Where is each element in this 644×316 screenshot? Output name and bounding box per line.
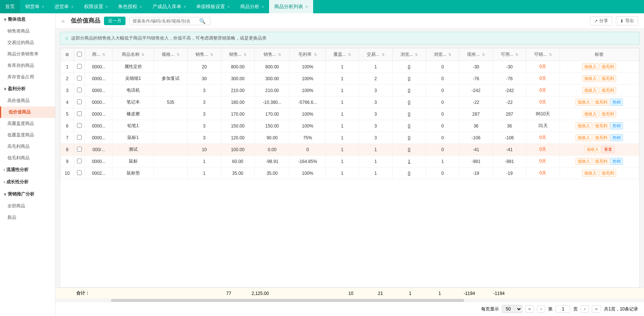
row-checkbox[interactable] xyxy=(77,147,82,152)
view1-link[interactable]: 0 xyxy=(408,64,410,69)
sidebar-item-traded-goods[interactable]: 交易过的商品 xyxy=(0,37,55,48)
td-checkbox[interactable] xyxy=(74,120,85,132)
td-view1[interactable]: 0 xyxy=(392,167,426,179)
sidebar-item-stock-capital[interactable]: 库存资金占用 xyxy=(0,71,55,83)
row-checkbox[interactable] xyxy=(77,99,82,104)
page-input[interactable] xyxy=(556,305,570,313)
sidebar-group-profit[interactable]: ∨ 盈利分析 xyxy=(0,83,55,95)
nav-close-permission[interactable]: × xyxy=(105,4,108,9)
prev-page-button[interactable]: ‹ xyxy=(537,305,545,313)
sidebar-item-low-coverage[interactable]: 低覆盖度商品 xyxy=(0,129,55,141)
nav-product-analysis-list[interactable]: 商品分析列表 × xyxy=(269,0,313,13)
td-view1[interactable]: 0 xyxy=(392,61,426,73)
nav-home[interactable]: 首页 xyxy=(0,0,20,13)
next-page-button[interactable]: › xyxy=(581,305,589,313)
td-view1[interactable]: 0 xyxy=(392,144,426,156)
select-all-checkbox[interactable] xyxy=(77,52,82,57)
sidebar-item-high-coverage[interactable]: 高覆盖度商品 xyxy=(0,118,55,129)
nav-close-role[interactable]: × xyxy=(140,4,142,9)
td-checkbox[interactable] xyxy=(74,167,85,179)
share-button[interactable]: ↗ 分享 xyxy=(590,16,612,26)
nav-sales-order[interactable]: 销货单 × xyxy=(20,0,49,13)
nav-close-sales[interactable]: × xyxy=(42,4,44,9)
sidebar-item-all-goods[interactable]: 全部商品 xyxy=(0,200,55,212)
row-checkbox[interactable] xyxy=(77,159,82,163)
th-tags: 标签 xyxy=(560,48,639,61)
td-sale3: 35.00 xyxy=(254,167,289,179)
nav-close-template[interactable]: × xyxy=(227,4,229,9)
td-checkbox[interactable] xyxy=(74,61,85,73)
nav-close-analysis-list[interactable]: × xyxy=(305,4,308,9)
sidebar-item-new-goods[interactable]: 新品 xyxy=(0,212,55,223)
td-checkbox[interactable] xyxy=(74,96,85,108)
nav-purchase-order[interactable]: 进货单 × xyxy=(49,0,78,13)
nav-product-stock[interactable]: 产成品入库单 × xyxy=(147,0,191,13)
sidebar-group-growth[interactable]: › 成长性分析 xyxy=(0,176,55,188)
td-view1[interactable]: 0 xyxy=(392,96,426,108)
view1-link[interactable]: 0 xyxy=(408,100,410,105)
td-checkbox[interactable] xyxy=(74,85,85,96)
td-checkbox[interactable] xyxy=(74,108,85,120)
td-checkbox[interactable] xyxy=(74,73,85,85)
sidebar-item-category-sales[interactable]: 商品分类销售率 xyxy=(0,48,55,60)
tag: 低毛利 xyxy=(593,122,610,129)
td-view1[interactable]: 0 xyxy=(392,132,426,144)
td-available: -981 xyxy=(493,156,526,167)
scrollbar[interactable] xyxy=(56,299,644,302)
td-view1[interactable]: 0 xyxy=(392,108,426,120)
th-settings[interactable]: ⚙ xyxy=(61,48,74,61)
nav-close-analysis[interactable]: × xyxy=(262,4,264,9)
td-tags: 低收入低毛利热销 xyxy=(560,96,639,108)
arrow-icon-growth: › xyxy=(4,180,5,184)
view1-link[interactable]: 0 xyxy=(408,88,410,93)
sidebar-group-flow[interactable]: › 流通性分析 xyxy=(0,164,55,176)
nav-role-auth[interactable]: 角色授权 × xyxy=(113,0,147,13)
collapse-button[interactable]: « xyxy=(61,18,65,24)
td-checkbox[interactable] xyxy=(74,144,85,156)
sidebar-group-marketing[interactable]: ∨ 营销推广分析 xyxy=(0,188,55,200)
td-sale2: 180.00 xyxy=(221,96,254,108)
view1-link[interactable]: 1 xyxy=(408,159,410,164)
sidebar-item-high-margin[interactable]: 高毛利商品 xyxy=(0,141,55,152)
view1-link[interactable]: 0 xyxy=(408,76,410,81)
nav-permission[interactable]: 权限设置 × xyxy=(79,0,113,13)
export-button[interactable]: ⬇ 导出 xyxy=(616,16,638,26)
nav-close-purchase[interactable]: × xyxy=(71,4,73,9)
view1-link[interactable]: 0 xyxy=(408,112,410,117)
first-page-button[interactable]: « xyxy=(525,305,534,313)
nav-close-stock[interactable]: × xyxy=(184,4,186,9)
view1-link[interactable]: 0 xyxy=(408,135,410,140)
th-spec: 规格... ⇅ xyxy=(154,48,187,61)
row-checkbox[interactable] xyxy=(77,170,82,175)
td-view1[interactable]: 0 xyxy=(392,85,426,96)
row-checkbox[interactable] xyxy=(77,88,82,92)
td-checkbox[interactable] xyxy=(74,132,85,144)
sidebar-item-low-margin[interactable]: 低毛利商品 xyxy=(0,152,55,164)
td-available: 287 xyxy=(493,108,526,120)
view1-link[interactable]: 0 xyxy=(408,123,410,129)
page-size-select[interactable]: 50 100 200 xyxy=(502,305,522,313)
row-checkbox[interactable] xyxy=(77,111,82,116)
sidebar-item-low-value[interactable]: 低价值商品 xyxy=(0,106,55,118)
sidebar-item-sales-goods[interactable]: 销售类商品 xyxy=(0,26,55,37)
row-checkbox[interactable] xyxy=(77,76,82,81)
nav-template[interactable]: 单据模板设置 × xyxy=(191,0,235,13)
sidebar-item-stock-goods[interactable]: 有库存的商品 xyxy=(0,60,55,71)
view1-link[interactable]: 0 xyxy=(408,147,410,152)
last-page-button[interactable]: » xyxy=(592,305,601,313)
search-input[interactable] xyxy=(133,18,199,24)
search-icon[interactable]: 🔍 xyxy=(199,18,205,24)
td-view1[interactable]: 1 xyxy=(392,156,426,167)
row-checkbox[interactable] xyxy=(77,64,82,69)
sidebar-group-overall[interactable]: ∨ 整体信息 xyxy=(0,13,55,26)
row-checkbox[interactable] xyxy=(77,135,82,140)
nav-product-analysis[interactable]: 商品分析 × xyxy=(235,0,269,13)
filter-recent-month[interactable]: 近一月 xyxy=(104,17,125,25)
sidebar-item-high-value[interactable]: 高价值商品 xyxy=(0,95,55,106)
view1-link[interactable]: 0 xyxy=(408,171,410,176)
td-view1[interactable]: 0 xyxy=(392,120,426,132)
td-view1[interactable]: 0 xyxy=(392,73,426,85)
td-checkbox[interactable] xyxy=(74,156,85,167)
row-checkbox[interactable] xyxy=(77,123,82,128)
table-container[interactable]: ⚙ 商... ⇅ 商品名称 ⇅ 规格... ⇅ 销售... ⇅ 销售... ⇅ … xyxy=(60,48,640,288)
